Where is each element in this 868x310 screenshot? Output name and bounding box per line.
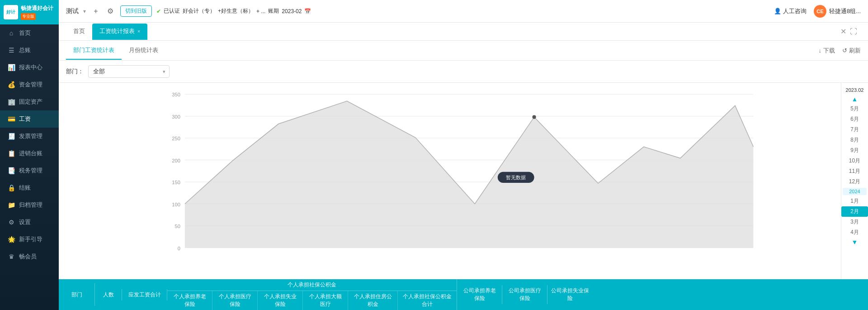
svg-text:暂无数据: 暂无数据 <box>506 175 526 180</box>
subtab-monthly[interactable]: 月份统计表 <box>122 42 165 60</box>
dept-filter-value: 全部 <box>93 67 105 76</box>
sidebar-label-guide: 新手引导 <box>19 235 42 243</box>
status-tag-2: +好生意（标） <box>218 7 254 15</box>
tax-icon: 📑 <box>7 167 15 174</box>
project-title: 测试 <box>66 7 79 15</box>
user-avatar: CE <box>814 5 826 18</box>
gear-button[interactable]: ⚙ <box>105 6 116 17</box>
status-tag-more: + ... <box>256 8 265 14</box>
dept-filter-label: 部门： <box>66 67 84 76</box>
rp-month-1[interactable]: 1月 <box>841 196 868 206</box>
sidebar-label-assets: 固定资产 <box>19 98 42 106</box>
svg-text:300: 300 <box>172 114 180 119</box>
sidebar-item-purchase[interactable]: 📋 进销台账 <box>0 145 59 162</box>
rp-month-11[interactable]: 11月 <box>841 166 868 176</box>
sidebar-label-funds: 资金管理 <box>19 81 42 89</box>
download-button[interactable]: ↓ 下载 <box>819 47 835 55</box>
sidebar-item-closing[interactable]: 🔒 结账 <box>0 179 59 196</box>
logo-icon: 好计 <box>4 5 18 19</box>
sidebar-label-home: 首页 <box>19 29 31 37</box>
sidebar-item-archive[interactable]: 📁 归档管理 <box>0 196 59 214</box>
rp-month-7[interactable]: 7月 <box>841 124 868 135</box>
sidebar-item-tax[interactable]: 📑 税务管理 <box>0 162 59 179</box>
rp-month-10[interactable]: 10月 <box>841 156 868 166</box>
svg-text:100: 100 <box>172 202 180 207</box>
sidebar-item-guide[interactable]: 🌟 新手引导 <box>0 231 59 248</box>
help-button[interactable]: 👤 人工咨询 <box>774 7 807 15</box>
tab-home[interactable]: 首页 <box>66 24 92 40</box>
topbar-status: ✔ 已认证 好会计（专） +好生意（标） + ... 账期 2023-02 📅 <box>156 7 311 15</box>
logo-text: 畅捷通好会计 专业版 <box>21 5 53 20</box>
th-count: 人数 <box>95 289 122 300</box>
salary-chart: 350 300 250 200 150 100 50 0 <box>81 87 841 270</box>
tab-close-button[interactable]: × <box>137 29 140 34</box>
rp-down-button[interactable]: ▼ <box>851 238 859 247</box>
topbar-right: 👤 人工咨询 CE 轻捷通8组... <box>774 5 861 18</box>
subtab-left: 部门工资统计表 月份统计表 <box>66 42 165 60</box>
certified-icon: ✔ <box>156 8 161 14</box>
dept-filter-select[interactable]: 全部 ▾ <box>88 65 170 78</box>
chart-and-panel: 350 300 250 200 150 100 50 0 <box>59 83 868 279</box>
sidebar-item-vip[interactable]: ♛ 畅会员 <box>0 248 59 265</box>
rp-up-button[interactable]: ▲ <box>851 95 859 104</box>
reports-icon: 📊 <box>7 64 15 71</box>
tab-salary-stats[interactable]: 工资统计报表 × <box>92 24 147 40</box>
guide-icon: 🌟 <box>7 236 15 243</box>
sidebar-item-settings[interactable]: ⚙ 设置 <box>0 214 59 231</box>
subtab-dept[interactable]: 部门工资统计表 <box>66 42 122 60</box>
rp-month-2-active[interactable]: 2月 <box>841 206 868 217</box>
content-area: 部门工资统计表 月份统计表 ↓ 下载 ↺ 刷新 部门： 全 <box>59 41 868 310</box>
th-total-salary: 应发工资合计 <box>122 289 167 300</box>
home-icon: ⌂ <box>7 29 15 37</box>
rp-month-5[interactable]: 5月 <box>841 104 868 114</box>
th-company-unemployment: 公司承担失业保险 <box>547 285 593 304</box>
refresh-icon: ↺ <box>842 47 847 54</box>
refresh-button[interactable]: ↺ 刷新 <box>842 47 861 55</box>
rp-month-9[interactable]: 9月 <box>841 145 868 156</box>
sidebar-label-ledger: 总账 <box>19 46 31 54</box>
topbar-icons: + ⚙ <box>90 6 116 17</box>
rp-month-4[interactable]: 4月 <box>841 227 868 238</box>
sidebar-item-invoice[interactable]: 🧾 发票管理 <box>0 128 59 145</box>
window-controls: ✕ ⛶ <box>840 27 861 36</box>
sidebar: 好计 畅捷通好会计 专业版 ⌂ 首页 ☰ 总账 📊 报表中心 💰 资金管理 🏢 … <box>0 0 59 310</box>
sidebar-label-reports: 报表中心 <box>19 63 42 72</box>
sidebar-item-funds[interactable]: 💰 资金管理 <box>0 76 59 93</box>
th-personal-housing-fund: 个人承担住房公积金 <box>348 291 398 310</box>
sidebar-item-assets[interactable]: 🏢 固定资产 <box>0 93 59 110</box>
settings-icon: ⚙ <box>7 219 15 226</box>
sidebar-item-home[interactable]: ⌂ 首页 <box>0 24 59 42</box>
table-header: 部门 人数 应发工资合计 个人承担社保公积金 个人承担养老保险 个人承担医疗保险… <box>59 279 868 310</box>
calendar-icon[interactable]: 📅 <box>304 8 311 14</box>
rp-month-6[interactable]: 6月 <box>841 114 868 124</box>
dropdown-arrow[interactable]: ▾ <box>83 8 86 14</box>
th-group-personal: 个人承担社保公积金 个人承担养老保险 个人承担医疗保险 个人承担失业保险 个人承… <box>167 279 457 310</box>
th-personal-unemployment: 个人承担失业保险 <box>258 291 303 310</box>
rp-month-12[interactable]: 12月 <box>841 176 868 187</box>
subtab-right: ↓ 下载 ↺ 刷新 <box>819 47 861 55</box>
sidebar-label-tax: 税务管理 <box>19 167 42 175</box>
svg-text:200: 200 <box>172 158 180 163</box>
sidebar-item-ledger[interactable]: ☰ 总账 <box>0 42 59 59</box>
user-menu[interactable]: CE 轻捷通8组... <box>814 5 861 18</box>
close-panel-button[interactable]: ✕ <box>840 27 846 36</box>
maximize-panel-button[interactable]: ⛶ <box>850 28 857 36</box>
logo: 好计 畅捷通好会计 专业版 <box>0 0 59 24</box>
rp-year-2024: 2024 <box>843 188 867 195</box>
closing-icon: 🔒 <box>7 184 15 191</box>
sidebar-label-archive: 归档管理 <box>19 201 42 209</box>
sidebar-item-reports[interactable]: 📊 报表中心 <box>0 59 59 76</box>
th-company-medical: 公司承担医疗保险 <box>502 285 547 304</box>
add-button[interactable]: + <box>90 6 101 17</box>
status-tag-1: 好会计（专） <box>183 7 215 15</box>
sidebar-label-invoice: 发票管理 <box>19 132 42 140</box>
rp-month-8[interactable]: 8月 <box>841 135 868 145</box>
invoice-icon: 🧾 <box>7 133 15 140</box>
rp-month-3[interactable]: 3月 <box>841 217 868 227</box>
switch-version-button[interactable]: 切到旧版 <box>120 5 152 17</box>
sidebar-item-salary[interactable]: 💳 工资 <box>0 110 59 128</box>
chart-area <box>185 101 753 248</box>
sidebar-label-salary: 工资 <box>19 115 31 123</box>
th-group-personal-subs: 个人承担养老保险 个人承担医疗保险 个人承担失业保险 个人承担大额医疗 个人承担… <box>167 291 457 310</box>
th-personal-total: 个人承担社保公积金合计 <box>398 291 457 310</box>
